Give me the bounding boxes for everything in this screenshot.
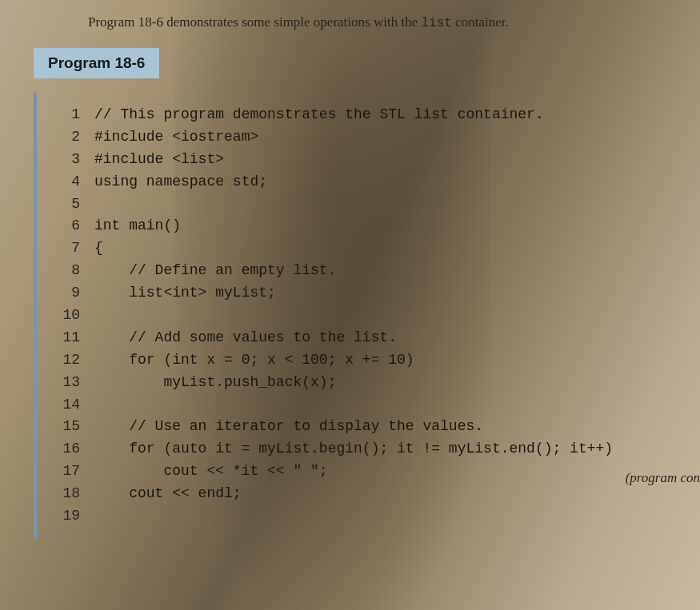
code-line: 6int main() bbox=[50, 215, 676, 237]
code-line: 3#include <list> bbox=[50, 149, 676, 171]
code-line: 17 cout << *it << " "; bbox=[50, 460, 676, 483]
line-number: 18 bbox=[50, 483, 80, 505]
code-line: 19 bbox=[50, 505, 676, 528]
line-number: 11 bbox=[50, 327, 80, 349]
line-number: 14 bbox=[50, 394, 80, 417]
code-text: // Add some values to the list. bbox=[94, 327, 397, 349]
line-number: 13 bbox=[50, 372, 80, 394]
line-number: 12 bbox=[50, 349, 80, 372]
code-line: 15 // Use an iterator to display the val… bbox=[50, 416, 676, 438]
code-line: 18 cout << endl; bbox=[50, 483, 676, 505]
line-number: 7 bbox=[50, 237, 80, 260]
code-line: 8 // Define an empty list. bbox=[50, 260, 676, 282]
line-number: 4 bbox=[50, 171, 80, 193]
line-number: 3 bbox=[50, 149, 80, 171]
textbook-page: Program 18-6 demonstrates some simple op… bbox=[0, 0, 700, 555]
program-header: Program 18-6 bbox=[34, 48, 159, 78]
code-line: 13 myList.push_back(x); bbox=[50, 372, 676, 394]
code-line: 10 bbox=[50, 305, 676, 327]
program-continues-note: (program con bbox=[626, 470, 700, 486]
code-text: int main() bbox=[94, 215, 181, 237]
code-text: // Define an empty list. bbox=[94, 260, 336, 282]
code-text: for (auto it = myList.begin(); it != myL… bbox=[94, 438, 613, 460]
code-line: 11 // Add some values to the list. bbox=[50, 327, 676, 349]
code-text: // This program demonstrates the STL lis… bbox=[94, 104, 544, 126]
code-line: 2#include <iostream> bbox=[50, 126, 676, 149]
intro-prefix: Program 18-6 demonstrates some simple op… bbox=[88, 14, 421, 30]
code-line: 7{ bbox=[50, 237, 676, 260]
intro-paragraph: Program 18-6 demonstrates some simple op… bbox=[88, 14, 676, 30]
code-line: 4using namespace std; bbox=[50, 171, 676, 193]
code-listing: 1// This program demonstrates the STL li… bbox=[34, 93, 676, 539]
code-line: 12 for (int x = 0; x < 100; x += 10) bbox=[50, 349, 676, 372]
code-line: 5 bbox=[50, 193, 676, 216]
line-number: 6 bbox=[50, 215, 80, 237]
line-number: 9 bbox=[50, 282, 80, 305]
code-text: list<int> myList; bbox=[94, 282, 276, 305]
line-number: 5 bbox=[50, 193, 80, 216]
code-text: #include <list> bbox=[94, 149, 224, 171]
code-text: { bbox=[94, 237, 103, 260]
code-line: 16 for (auto it = myList.begin(); it != … bbox=[50, 438, 676, 460]
line-number: 8 bbox=[50, 260, 80, 282]
line-number: 1 bbox=[50, 104, 80, 126]
code-text: using namespace std; bbox=[94, 171, 267, 193]
code-text: cout << *it << " "; bbox=[94, 460, 328, 483]
code-line: 9 list<int> myList; bbox=[50, 282, 676, 305]
code-text: cout << endl; bbox=[94, 483, 242, 505]
code-line: 14 bbox=[50, 394, 676, 417]
line-number: 16 bbox=[50, 438, 80, 460]
code-text: myList.push_back(x); bbox=[94, 372, 336, 394]
code-line: 1// This program demonstrates the STL li… bbox=[50, 104, 676, 126]
code-text: #include <iostream> bbox=[94, 126, 258, 149]
line-number: 17 bbox=[50, 460, 80, 483]
code-text: // Use an iterator to display the values… bbox=[94, 416, 483, 438]
intro-mono: list bbox=[421, 16, 451, 30]
line-number: 2 bbox=[50, 126, 80, 149]
line-number: 10 bbox=[50, 305, 80, 327]
code-text: for (int x = 0; x < 100; x += 10) bbox=[94, 349, 414, 372]
intro-suffix: container. bbox=[452, 14, 509, 30]
line-number: 19 bbox=[50, 505, 80, 528]
line-number: 15 bbox=[50, 416, 80, 438]
program-header-label: Program 18-6 bbox=[48, 54, 145, 71]
